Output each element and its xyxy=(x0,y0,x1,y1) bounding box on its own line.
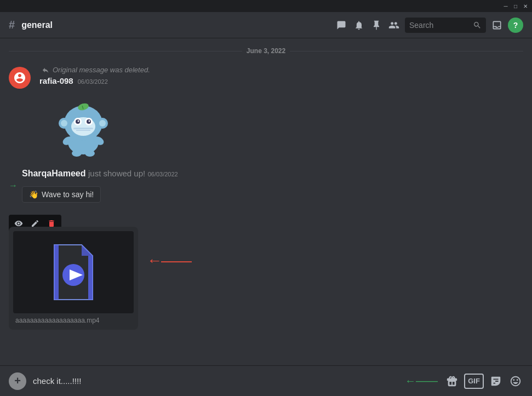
gif-label: GIF xyxy=(468,377,480,385)
date-divider: June 3, 2022 xyxy=(0,38,532,64)
message-group-rafia: Original message was deleted. rafia-098 … xyxy=(0,64,532,167)
reply-icon xyxy=(42,66,49,74)
gift-button[interactable] xyxy=(444,374,460,389)
emoji-button[interactable] xyxy=(508,374,523,389)
green-arrow-indicator: ←—— xyxy=(405,375,438,387)
svg-rect-21 xyxy=(54,245,59,300)
attachment-container: aaaaaaaaaaaaaaaaaaa.mp4 xyxy=(9,227,138,330)
sticker-image xyxy=(45,90,122,162)
date-divider-text: June 3, 2022 xyxy=(247,47,285,55)
svg-rect-13 xyxy=(73,128,93,129)
join-username: SharqaHameed xyxy=(22,169,86,178)
wave-emoji: 👋 xyxy=(29,190,38,199)
channel-name: general xyxy=(21,20,53,30)
svg-point-4 xyxy=(61,120,67,127)
svg-point-11 xyxy=(78,120,79,122)
reply-indicator: Original message was deleted. xyxy=(39,66,523,74)
system-join-message: → SharqaHameed just showed up! 06/03/202… xyxy=(0,167,532,205)
svg-rect-22 xyxy=(88,256,93,300)
divider-line-right xyxy=(290,51,523,51)
message-header-rafia: rafia-098 06/03/2022 xyxy=(39,76,523,85)
members-icon[interactable] xyxy=(387,19,401,32)
help-icon[interactable]: ? xyxy=(508,18,523,33)
reply-text: Original message was deleted. xyxy=(53,66,150,74)
wave-button[interactable]: 👋 Wave to say hi! xyxy=(22,186,101,203)
join-text: just showed up! xyxy=(88,169,145,178)
svg-point-20 xyxy=(85,150,95,157)
timestamp-rafia: 06/03/2022 xyxy=(78,78,108,85)
inbox-icon[interactable] xyxy=(490,19,504,32)
search-bar[interactable]: Search xyxy=(405,18,486,33)
join-timestamp: 06/03/2022 xyxy=(148,171,178,177)
channel-hash-icon: # xyxy=(9,19,15,31)
wave-label: Wave to say hi! xyxy=(42,190,94,199)
message-input-bar: + ←—— GIF xyxy=(0,365,532,396)
svg-point-19 xyxy=(72,150,82,157)
sticker-button[interactable] xyxy=(488,374,504,389)
gif-button[interactable]: GIF xyxy=(464,374,484,389)
channel-header: # general Search ? xyxy=(0,12,532,38)
titlebar: ─ □ ✕ xyxy=(0,0,532,12)
red-arrow-indicator: ← xyxy=(147,252,161,269)
join-arrow-icon: → xyxy=(9,181,18,191)
search-placeholder: Search xyxy=(409,21,470,30)
message-input[interactable] xyxy=(33,376,398,386)
message-content-rafia: Original message was deleted. rafia-098 … xyxy=(39,66,523,164)
notifications-icon[interactable] xyxy=(352,19,365,32)
system-message-content: SharqaHameed just showed up! 06/03/2022 … xyxy=(22,169,178,203)
username-rafia: rafia-098 xyxy=(39,76,73,85)
svg-point-5 xyxy=(99,120,106,127)
attachment-message: aaaaaaaaaaaaaaaaaaa.mp4 ← —— xyxy=(0,205,532,336)
minimize-button[interactable]: ─ xyxy=(501,2,510,10)
divider-line-left xyxy=(9,51,242,51)
svg-point-12 xyxy=(89,120,90,122)
pinned-icon[interactable] xyxy=(370,19,383,32)
sticker-container xyxy=(39,88,523,164)
video-file-icon xyxy=(49,242,98,302)
attachment-filename: aaaaaaaaaaaaaaaaaaa.mp4 xyxy=(13,315,134,325)
search-icon xyxy=(473,21,482,30)
close-button[interactable]: ✕ xyxy=(521,2,530,10)
sticker xyxy=(39,88,127,164)
threads-icon[interactable] xyxy=(335,19,348,32)
add-attachment-button[interactable]: + xyxy=(9,372,26,390)
video-thumbnail[interactable] xyxy=(13,231,134,313)
messages-list: June 3, 2022 Original message was delete… xyxy=(0,38,532,365)
maximize-button[interactable]: □ xyxy=(511,2,520,10)
avatar-rafia xyxy=(9,67,31,89)
input-actions: GIF xyxy=(444,374,523,389)
main-content: June 3, 2022 Original message was delete… xyxy=(0,38,532,396)
